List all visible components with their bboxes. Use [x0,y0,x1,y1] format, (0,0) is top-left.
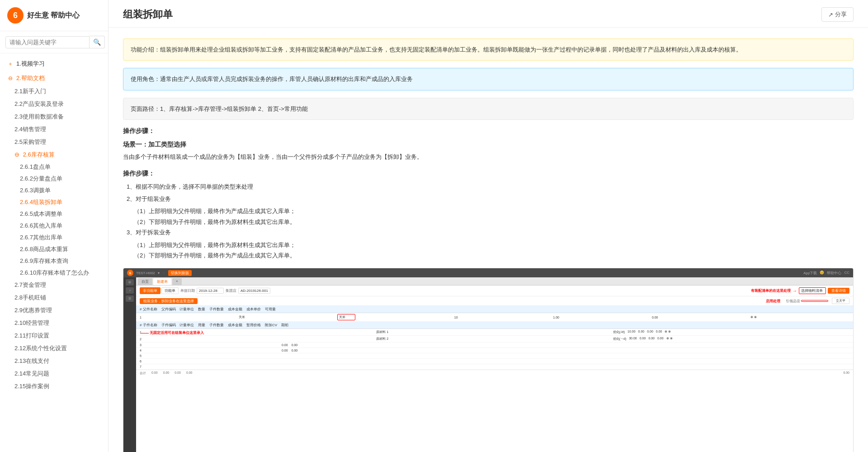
share-icon: ↗ [828,11,833,18]
mock-topbar: 6 TEST-H002 ▾ ⚙ 切换到新版 App下载 😊 帮助中心 CC [123,268,853,277]
mock-t2r2-values: 优化(→d) 30.00 0.00 0.00 0.00 ⊕ ⊗ [613,337,849,341]
mock-bom-input[interactable]: 选择物料清单 [799,287,826,294]
nav-section-docs: ⊖ 2.帮助文档 2.1新手入门 2.2产品安装及登录 2.3使用前数据准备 2… [0,71,108,393]
mock-tab-new[interactable]: 新建单 [153,278,171,285]
mock-service-icon: 帮助中心 [827,271,841,276]
sidebar-item-video-learning[interactable]: ＋ 1.视频学习 [0,57,108,71]
mock-table2-annotation-area: # 子件名称 子件编码 计量单位 用量 子件数量 成本金额 暂用价格 附加CV … [136,322,853,329]
sidebar-item-partial-stocktake[interactable]: 2.6.2分量盘点单 [0,173,108,185]
minus-icon: ⊖ [7,75,14,81]
search-button[interactable]: 🔍 [90,36,105,48]
sidebar-item-install[interactable]: 2.2产品安装及登录 [0,98,108,110]
step1: 1、根据不同的业务，选择不同单据的类型来处理 [127,181,854,192]
sidebar-item-help-docs[interactable]: ⊖ 2.帮助文档 [0,71,108,85]
minus-icon-2: ⊖ [14,151,19,158]
mock-no-label: 集团店 [226,288,236,293]
sidebar-item-ledger-fix[interactable]: 2.6.10库存账本错了怎么办 [0,267,108,279]
mock-table2-header: # 子件名称 子件编码 计量单位 用量 子件数量 成本金额 暂用价格 附加CV … [136,322,853,329]
mock-save-btn[interactable]: 立天平 [832,298,849,304]
mock-footer-val3: 0.00 [175,371,181,376]
mock-tab-close[interactable]: × [172,278,182,285]
mock-right-annotation-area: 有装配清单的在这里处理 → 选择物料清单 [751,287,826,294]
sidebar-item-print[interactable]: 2.11打印设置 [0,329,108,342]
sidebar-item-ledger-query[interactable]: 2.6.9库存账本查询 [0,255,108,267]
mock-footer: 合计 0.00 0.00 0.00 0.00 0.00 [136,370,853,376]
sidebar-item-transfer[interactable]: 2.6.3调拨单 [0,185,108,196]
mock-app-icon: App下载 [803,271,817,276]
mock-t2r3: 30.000.00 [136,343,853,348]
sidebar-item-data-prep[interactable]: 2.3使用前数据准备 [0,110,108,123]
sidebar-item-cases[interactable]: 2.15操作案例 [0,380,108,393]
mock-t2r1-name: 原材料 1 [376,330,613,334]
mock-type-btn-assembly[interactable]: 非功能单 [140,287,160,294]
mock-t2r1-values: 优化(√d) 10.00 0.00 0.00 0.00 ⊕ ⊗ [613,330,849,334]
screenshot-container: 6 TEST-H002 ▾ ⚙ 切换到新版 App下载 😊 帮助中心 CC [123,268,854,452]
mock-help-icon: 😊 [820,271,824,276]
mock-t2r6: 6 [136,359,853,364]
mock-table1-title: # 父件名称 父件编码 计量单位 数量 子件数量 成本金额 成本单价 可用量 [140,307,276,311]
screenshot-mock: 6 TEST-H002 ▾ ⚙ 切换到新版 App下载 😊 帮助中心 CC [123,268,853,452]
mock-table1-header: # 父件名称 父件编码 计量单位 数量 子件数量 成本金额 成本单价 可用量 [136,306,853,313]
sidebar-item-inventory[interactable]: ⊖ 2.6库存核算 [0,148,108,161]
sidebar-item-other-out[interactable]: 2.6.7其他出库单 [0,232,108,243]
mock-action-btn[interactable]: 查看详情 [828,288,849,294]
mock-t2r2: 2 原材料 2 优化(→d) 30.00 0.00 0.00 0.00 ⊕ ⊗ [136,336,853,343]
sidebar-item-faq[interactable]: 2.14常见问题 [0,367,108,380]
sidebar-item-finance[interactable]: 2.7资金管理 [0,279,108,291]
steps-label: 操作步骤： [123,170,854,178]
main-header: 组装拆卸单 ↗ 分享 [108,0,868,28]
sidebar-item-beginner[interactable]: 2.1新手入门 [0,85,108,98]
sidebar-item-system[interactable]: 2.12系统个性化设置 [0,342,108,355]
mock-right-panel-form: 引领品尝 [786,299,828,304]
step3-sub1: （1）上部明细为父件明细，最终作为原材料生成其它出库单； [134,240,854,250]
step2: 2、对于组装业务 [127,194,854,204]
share-button[interactable]: ↗ 分享 [821,7,854,22]
step3: 3、对于拆装业务 [127,227,854,238]
sidebar-item-assembly[interactable]: 2.6.4组装拆卸单 [0,196,108,208]
sidebar-item-mobile[interactable]: 2.8手机旺铺 [0,291,108,304]
mock-version-btn[interactable]: 切换到新版 [168,270,192,276]
mock-assembly-btn[interactable]: 组装业务，拆卸业务在这里选择 [140,298,198,304]
step2-sub1: （1）上部明细为父件明细，最终作为产成品生成其它入库单； [134,206,854,216]
mock-t1r1-input[interactable]: 关米 [337,314,355,320]
sidebar-item-payment[interactable]: 2.13在线支付 [0,355,108,367]
mock-field-input[interactable] [801,300,828,302]
mock-t1r1-sub: 1.00 [553,316,652,319]
sidebar-item-cost-recalc[interactable]: 2.6.8商品成本重算 [0,243,108,255]
sidebar-item-coupon[interactable]: 2.9优惠券管理 [0,304,108,317]
mock-sidebar-icon-new[interactable]: ＋ [126,287,134,294]
sidebar-item-cost-adjust[interactable]: 2.6.5成本调整单 [0,208,108,220]
mock-form-area: 非功能单 功能单 单据日期 2019-12-28 集团店 AD-2019126-… [136,285,853,296]
sidebar-item-other-in[interactable]: 2.6.6其他入库单 [0,220,108,232]
sidebar-item-purchase[interactable]: 2.5采购管理 [0,136,108,148]
mock-company: TEST-H002 [136,271,155,275]
mock-t2r2-name: 原材料 2 [376,337,613,341]
page-title: 组装拆卸单 [123,8,173,21]
mock-table2-title: # 子件名称 子件编码 计量单位 用量 子件数量 成本金额 暂用价格 附加CV … [140,323,288,327]
nav-section-videos: ＋ 1.视频学习 [0,57,108,71]
mock-no-input[interactable]: AD-2019126-001 [238,288,270,294]
mock-type-btn-disassembly[interactable]: 功能单 [161,287,179,294]
mock-tab-home[interactable]: 自贡 [138,278,152,285]
mock-sub-form-area: 组装业务，拆卸业务在这里选择 启用处理 引领品尝 立天平 [136,296,853,306]
mock-sidebar-icon-list[interactable]: ☰ [126,295,134,302]
steps-title: 操作步骤： [123,127,854,135]
mock-footer-val1: 0.00 [151,371,158,376]
sidebar: 6 好生意 帮助中心 🔍 ＋ 1.视频学习 ⊖ 2.帮助文档 2.1新手入门 2… [0,0,108,452]
mock-dropdown-icon: ▾ [158,271,160,275]
mock-avatar: CC [844,271,849,276]
mock-footer-extra: 0.00 [843,371,849,376]
sidebar-item-stocktake[interactable]: 2.6.1盘点单 [0,161,108,173]
mock-date-input[interactable]: 2019-12-28 [197,288,224,294]
mock-sidebar-icon-home[interactable]: ⊞ [126,279,134,285]
mock-content-area: ⊞ ＋ ☰ 自贡 新建单 × [123,277,853,452]
mock-t1r1-no: 1 [140,316,239,319]
mock-annotation-right: 有装配清单的在这里处理 [751,288,791,293]
mock-t2r7: 7 [136,364,853,370]
mock-topbar-icon: ⚙ [162,271,165,275]
mock-table2-annotation: 无固定活用可在组装单位这里录入 [150,330,204,335]
sidebar-item-ops[interactable]: 2.10经营管理 [0,317,108,329]
sidebar-item-sales[interactable]: 2.4销售管理 [0,123,108,136]
search-input[interactable] [5,36,90,48]
mock-t2r4: 40.000.00 [136,348,853,353]
